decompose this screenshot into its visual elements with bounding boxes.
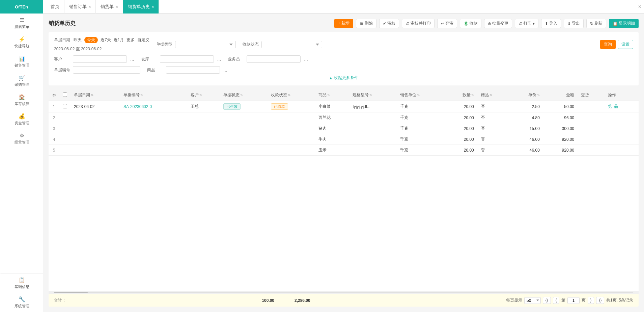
date-option-today[interactable]: 今天 <box>84 37 98 43</box>
gift-column-header[interactable]: 赠品⇅ <box>477 89 510 101</box>
row-trade <box>578 101 604 112</box>
row-spec <box>349 145 397 156</box>
import-button[interactable]: ⬆ 导入 <box>541 19 561 28</box>
audit-button[interactable]: ✔ 审核 <box>379 19 399 28</box>
prev-page-button[interactable]: ⟨ <box>553 297 559 304</box>
sidebar-item-quick-nav[interactable]: ⚡ 快捷导航 <box>0 33 43 52</box>
sidebar-item-system-mgmt[interactable]: 🔧 系统管理 <box>0 293 43 312</box>
sales-mgmt-icon: 📊 <box>19 55 25 62</box>
customer-column-header[interactable]: 客户⇅ <box>187 89 220 101</box>
unit-column-header[interactable]: 销售单位⇅ <box>397 89 444 101</box>
show-detail-button[interactable]: 📋 显示明细 <box>609 19 639 28</box>
warehouse-input[interactable] <box>160 55 214 63</box>
customer-more-icon[interactable]: ... <box>130 56 134 62</box>
customer-input[interactable] <box>73 55 127 63</box>
content-area: 销货单历史 + 新增 🗑 删除 ✔ 审核 🖨 审核并打印 ↩ 弃审 <box>43 14 644 312</box>
tab-sales-history-close[interactable]: × <box>152 5 154 9</box>
doc-type-select[interactable] <box>175 41 236 48</box>
doc-no-col-label: 单据编号 <box>123 93 140 97</box>
row-action-link[interactable]: 品 <box>614 104 618 109</box>
sidebar-item-search-menu[interactable]: ☰ 搜索菜单 <box>0 14 43 33</box>
qty-column-header[interactable]: 数量⇅ <box>444 89 477 101</box>
first-page-button[interactable]: ⟨⟨ <box>543 297 551 304</box>
tab-sales-history[interactable]: 销货单历史 × <box>123 0 159 14</box>
next-page-button[interactable]: ⟩ <box>588 297 594 304</box>
row-price: 4.80 <box>510 112 543 123</box>
last-page-button[interactable]: ⟩⟩ <box>596 297 604 304</box>
sidebar-item-purchase-mgmt[interactable]: 🛒 采购管理 <box>0 71 43 90</box>
select-all-checkbox[interactable] <box>63 93 67 97</box>
tab-sales-delivery-close[interactable]: × <box>116 5 118 9</box>
date-option-1month[interactable]: 近1月 <box>114 37 124 43</box>
row-customer <box>187 123 220 134</box>
product-more-icon[interactable]: ... <box>223 67 227 73</box>
per-page-select[interactable]: 50 100 <box>524 297 541 304</box>
spec-sort-icon: ⇅ <box>369 93 372 97</box>
export-button[interactable]: ⬇ 导出 <box>564 19 584 28</box>
horizontal-scrollbar[interactable] <box>49 291 639 294</box>
abandon-button[interactable]: ↩ 弃审 <box>437 19 457 28</box>
tab-home[interactable]: 首页 <box>46 0 64 14</box>
sidebar-item-basic-info[interactable]: 📋 基础信息 <box>0 273 43 293</box>
doc-no-column-header[interactable]: 单据编号⇅ <box>120 89 187 101</box>
table-wrapper[interactable]: ⚙ 单据日期⇅ 单据编号⇅ 客户⇅ 单据状态⇅ 收款状态⇅ 商品⇅ 规格型号⇅ … <box>49 89 639 291</box>
sidebar-item-inventory[interactable]: 🏠 库存核算 <box>0 90 43 110</box>
filter-doc-no: 单据编号 <box>54 66 140 74</box>
close-all-tabs-button[interactable]: × <box>638 4 641 10</box>
row-customer <box>187 145 220 156</box>
doc-no-input[interactable] <box>73 66 140 74</box>
batch-change-button[interactable]: ⊕ 批量变更 <box>484 19 512 28</box>
tab-sales-order[interactable]: 销售订单 × <box>64 0 96 14</box>
row-doc-no <box>120 145 187 156</box>
row-gift: 否 <box>477 123 510 134</box>
row-checkbox[interactable] <box>63 104 67 108</box>
salesperson-input[interactable] <box>247 55 301 63</box>
row-spec <box>349 134 397 145</box>
tab-sales-delivery[interactable]: 销货单 × <box>96 0 123 14</box>
date-option-7days[interactable]: 近7天 <box>101 37 111 43</box>
audit-print-button[interactable]: 🖨 审核并打印 <box>402 19 435 28</box>
payment-status-select[interactable] <box>261 41 322 48</box>
settings-button[interactable]: 设置 <box>618 40 633 49</box>
doc-status-column-header[interactable]: 单据状态⇅ <box>220 89 268 101</box>
product-input[interactable] <box>166 66 220 74</box>
salesperson-more-icon[interactable]: ... <box>304 56 308 62</box>
row-product: 猪肉 <box>315 123 349 134</box>
row-check <box>59 112 71 123</box>
product-column-header[interactable]: 商品⇅ <box>315 89 349 101</box>
date-option-more[interactable]: 更多 <box>127 37 135 43</box>
row-unit: 千克 <box>397 145 444 156</box>
row-doc-status <box>220 134 268 145</box>
date-option-yesterday[interactable]: 昨天 <box>74 37 82 43</box>
collect-button[interactable]: 💲 收款 <box>460 19 481 28</box>
new-button[interactable]: + 新增 <box>334 19 353 28</box>
row-payment-status <box>268 123 315 134</box>
collapse-button[interactable]: ▲ 收起更多条件 <box>54 75 633 81</box>
total-label: 合计： <box>54 297 66 303</box>
sidebar-item-sales-mgmt[interactable]: 📊 销售管理 <box>0 52 43 71</box>
scrollbar-thumb[interactable] <box>54 292 88 293</box>
filter-product: 商品 ... <box>147 66 227 74</box>
query-button[interactable]: 查询 <box>600 40 616 49</box>
delete-button[interactable]: 🗑 删除 <box>356 19 376 28</box>
row-action-link[interactable]: 览 <box>608 104 612 109</box>
sidebar-item-finance-mgmt[interactable]: 💰 资金管理 <box>0 110 43 129</box>
date-option-custom[interactable]: 自定义 <box>137 37 149 43</box>
gear-column-header[interactable]: ⚙ <box>49 89 59 101</box>
date-column-header[interactable]: 单据日期⇅ <box>71 89 120 101</box>
row-actions <box>605 123 639 134</box>
spec-column-header[interactable]: 规格型号⇅ <box>349 89 397 101</box>
warehouse-more-icon[interactable]: ... <box>217 56 221 62</box>
row-trade <box>578 134 604 145</box>
row-amount: 50.00 <box>543 101 578 112</box>
price-column-header[interactable]: 单价⇅ <box>510 89 543 101</box>
page-number-input[interactable] <box>567 297 580 304</box>
filter-row-1: 单据日期 昨天 今天 近7天 近1月 更多 自定义 2023-06-02 至 2… <box>54 37 633 52</box>
payment-status-column-header[interactable]: 收款状态⇅ <box>268 89 315 101</box>
doc-no-link[interactable]: SA-20230602-0 <box>123 104 152 109</box>
tab-sales-order-close[interactable]: × <box>89 5 91 9</box>
amount-column-header[interactable]: 金额 <box>543 89 578 101</box>
sidebar-item-operations-mgmt[interactable]: ⚙ 经营管理 <box>0 129 43 148</box>
print-button[interactable]: 🖨 打印 ▾ <box>515 19 538 28</box>
refresh-button[interactable]: ↻ 刷新 <box>586 19 606 28</box>
